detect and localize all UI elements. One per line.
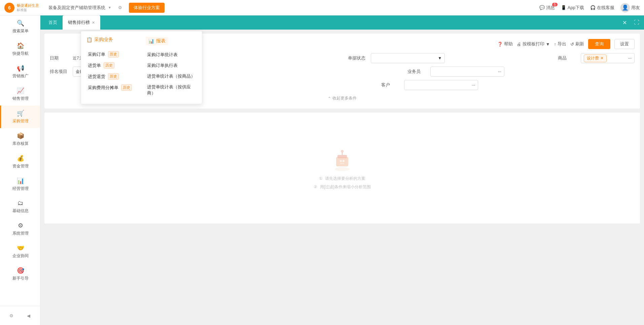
message-action[interactable]: 💬 消息 5 bbox=[539, 5, 555, 11]
refresh-btn[interactable]: ↺ 刷新 bbox=[570, 41, 584, 47]
svg-point-9 bbox=[341, 150, 344, 153]
enterprise-icon: 🤝 bbox=[17, 244, 24, 252]
system-title: 装备及固定资产辅助管理系统 ▼ bbox=[48, 5, 111, 11]
empty-tip-2: ② 用[过滤]条件来缩小分析范围 bbox=[314, 184, 370, 190]
logo-icon: 6 bbox=[4, 2, 15, 13]
svg-text:6: 6 bbox=[8, 5, 11, 10]
svg-point-2 bbox=[335, 167, 350, 171]
menu-item-incoming-stats-goods[interactable]: 进货单统计表（按商品） bbox=[146, 71, 197, 82]
gear-button[interactable]: ⚙ bbox=[115, 3, 125, 12]
print-dropdown-icon[interactable]: ▼ bbox=[546, 42, 550, 47]
export-btn[interactable]: ↑ 导出 bbox=[554, 41, 567, 47]
select-arrow: ▼ bbox=[438, 56, 442, 60]
svg-rect-3 bbox=[336, 157, 348, 166]
sidebar-item-purchase[interactable]: 🛒 采购管理 bbox=[0, 106, 40, 128]
menu-item-order-stats[interactable]: 采购订单统计表 bbox=[146, 49, 197, 60]
chevron-up-icon: ⌃ bbox=[328, 96, 331, 101]
set-button[interactable]: 设置 bbox=[614, 39, 635, 49]
select-more: ··· bbox=[628, 56, 632, 60]
goods-label: 商品 bbox=[558, 55, 577, 61]
customer-select[interactable]: ··· bbox=[404, 80, 478, 90]
tab-maximize-btn[interactable]: ⛶ bbox=[632, 18, 641, 27]
help-btn[interactable]: ❓ 帮助 bbox=[497, 41, 513, 47]
goods-select[interactable]: 设计费 ✕ ··· bbox=[581, 53, 635, 63]
industry-button[interactable]: 体验行业方案 bbox=[129, 3, 165, 13]
header-right: 💬 消息 5 📱 App下载 🎧 在线客服 👤 用友 bbox=[539, 3, 640, 12]
tab-bar: 首页 销售排行榜 ✕ ✕ ⛶ bbox=[40, 15, 644, 30]
sidebar: 🔍 搜索菜单 🏠 快捷导航 📢 营销推广 📈 销售管理 🛒 采购管理 📦 库存核… bbox=[0, 15, 40, 325]
tab-home[interactable]: 首页 bbox=[43, 15, 63, 30]
report-section: 📊 报表 采购订单统计表 采购订单执行表 进货单统计表（按商品） 进货单统计表（… bbox=[146, 37, 197, 98]
tab-close-icon[interactable]: ✕ bbox=[92, 21, 95, 25]
logo-area: 6 畅捷通好生意 标准版 bbox=[4, 2, 44, 13]
header-left: 6 畅捷通好生意 标准版 装备及固定资产辅助管理系统 ▼ ⚙ 体验行业方案 bbox=[4, 2, 165, 13]
menu-item-order-exec[interactable]: 采购订单执行表 bbox=[146, 60, 197, 71]
logo-text: 畅捷通好生意 标准版 bbox=[17, 3, 39, 12]
sidebar-item-search[interactable]: 🔍 搜索菜单 bbox=[0, 15, 40, 38]
menu-item-expense[interactable]: 采购费用分摊单 历史 bbox=[86, 82, 138, 93]
app-download-action[interactable]: 📱 App下载 bbox=[561, 5, 584, 11]
help-icon: ❓ bbox=[497, 42, 503, 47]
empty-tip-1: ① 请先选择要分析的方案 bbox=[319, 176, 366, 181]
finance-icon: 💰 bbox=[17, 155, 24, 162]
purchase-icon: 🛒 bbox=[17, 110, 24, 117]
export-icon: ↑ bbox=[554, 42, 557, 47]
menu-item-purchase-order[interactable]: 采购订单 历史 bbox=[86, 49, 138, 60]
purchase-business-title: 📋 采购业务 bbox=[86, 37, 138, 45]
phone-icon: 📱 bbox=[561, 5, 566, 10]
sidebar-item-enterprise[interactable]: 🤝 企业协同 bbox=[0, 240, 40, 263]
report-section-title: 📊 报表 bbox=[146, 37, 168, 45]
avatar: 👤 bbox=[620, 3, 630, 12]
history-tag-0: 历史 bbox=[108, 51, 119, 57]
svg-point-6 bbox=[343, 160, 345, 162]
purchase-business-icon: 📋 bbox=[86, 37, 92, 42]
customer-more: ··· bbox=[472, 83, 475, 87]
system-dropdown-arrow[interactable]: ▼ bbox=[108, 6, 111, 9]
history-tag-3: 历史 bbox=[121, 84, 132, 91]
sidebar-item-inventory[interactable]: 📦 库存核算 bbox=[0, 128, 40, 151]
sidebar-item-basic[interactable]: 🗂 基础信息 bbox=[0, 196, 40, 218]
sidebar-item-marketing[interactable]: 📢 营销推广 bbox=[0, 60, 40, 83]
empty-illustration bbox=[329, 146, 356, 173]
menu-item-return[interactable]: 进货退货 历史 bbox=[86, 71, 138, 82]
tab-close-window-btn[interactable]: ✕ bbox=[620, 18, 629, 27]
online-service-action[interactable]: 🎧 在线客服 bbox=[590, 5, 614, 11]
top-header: 6 畅捷通好生意 标准版 装备及固定资产辅助管理系统 ▼ ⚙ 体验行业方案 💬 … bbox=[0, 0, 644, 15]
guide-icon: 🎯 bbox=[17, 267, 24, 274]
sidebar-footer: ⚙ ◀ bbox=[0, 306, 40, 325]
sidebar-item-finance[interactable]: 💰 资金管理 bbox=[0, 151, 40, 173]
sidebar-item-system[interactable]: ⚙ 系统管理 bbox=[0, 218, 40, 240]
user-action[interactable]: 👤 用友 bbox=[620, 3, 640, 12]
search-icon: 🔍 bbox=[17, 19, 24, 27]
main-layout: 🔍 搜索菜单 🏠 快捷导航 📢 营销推广 📈 销售管理 🛒 采购管理 📦 库存核… bbox=[0, 15, 644, 325]
order-status-select[interactable]: ▼ bbox=[371, 53, 445, 63]
inventory-icon: 📦 bbox=[17, 132, 24, 139]
sidebar-collapse-btn[interactable]: ◀ bbox=[23, 310, 34, 321]
empty-state-card: ① 请先选择要分析的方案 ② 用[过滤]条件来缩小分析范围 bbox=[44, 113, 640, 224]
system-icon: ⚙ bbox=[18, 222, 23, 229]
report-icon: 📊 bbox=[148, 38, 154, 44]
sidebar-item-operation[interactable]: 📊 经营管理 bbox=[0, 173, 40, 196]
customer-label: 客户 bbox=[381, 82, 400, 88]
sidebar-item-sales[interactable]: 📈 销售管理 bbox=[0, 83, 40, 106]
svg-rect-7 bbox=[340, 163, 344, 164]
date-label: 日期 bbox=[50, 55, 69, 61]
goods-tag-close[interactable]: ✕ bbox=[600, 56, 604, 60]
print-btn[interactable]: 🖨 按模板打印 ▼ bbox=[517, 41, 550, 47]
sidebar-settings-btn[interactable]: ⚙ bbox=[6, 310, 17, 321]
tab-sales-rank[interactable]: 销售排行榜 ✕ bbox=[63, 15, 100, 30]
content-area: 首页 销售排行榜 ✕ ✕ ⛶ ❓ 帮助 bbox=[40, 15, 644, 325]
salesperson-select[interactable]: ··· bbox=[430, 67, 504, 77]
query-button[interactable]: 查询 bbox=[588, 39, 610, 49]
menu-item-incoming[interactable]: 进货单 历史 bbox=[86, 60, 138, 71]
sidebar-item-quick[interactable]: 🏠 快捷导航 bbox=[0, 38, 40, 60]
menu-item-incoming-stats-supplier[interactable]: 进货单统计表（按供应商） bbox=[146, 82, 197, 98]
goods-tag: 设计费 ✕ bbox=[584, 54, 607, 62]
sales-icon: 📈 bbox=[17, 87, 24, 94]
operation-icon: 📊 bbox=[17, 177, 24, 185]
rank-label: 排名项目 bbox=[50, 69, 69, 75]
sidebar-item-guide[interactable]: 🎯 新手引导 bbox=[0, 263, 40, 285]
service-icon: 🎧 bbox=[590, 5, 596, 10]
salesperson-more: ··· bbox=[498, 69, 501, 74]
salesperson-label: 业务员 bbox=[407, 69, 426, 75]
